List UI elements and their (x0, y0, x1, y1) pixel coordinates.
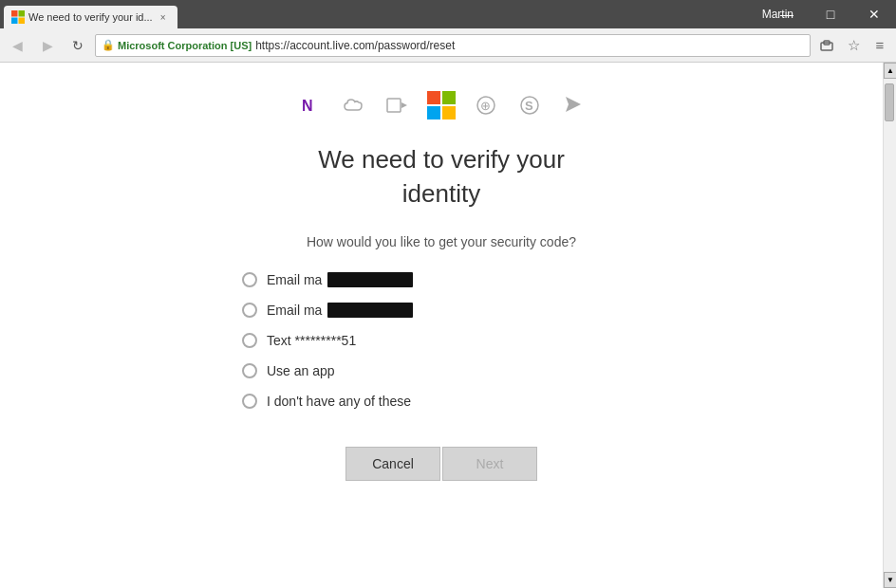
radio-app[interactable] (242, 363, 257, 378)
reload-button[interactable]: ↻ (65, 32, 91, 59)
forward-button[interactable]: ▶ (34, 32, 61, 59)
svg-marker-9 (401, 102, 407, 108)
email2-redacted (327, 303, 413, 318)
option-email2[interactable]: Email ma (242, 303, 641, 318)
svg-rect-1 (19, 10, 26, 17)
url-text: https://account.live.com/password/reset (255, 39, 455, 52)
email1-redacted (327, 272, 413, 287)
browser-content: N ⊕ S (0, 63, 896, 588)
window-controls: — □ ✕ (765, 0, 896, 28)
option-text[interactable]: Text *********51 (242, 333, 641, 348)
tab-close-button[interactable]: × (157, 10, 170, 24)
option-email1-label: Email ma (267, 272, 413, 287)
security-label: Microsoft Corporation [US] (118, 40, 252, 51)
svg-marker-14 (566, 97, 581, 112)
menu-icon[interactable]: ≡ (868, 33, 892, 58)
option-none[interactable]: I don't have any of these (242, 394, 641, 409)
extensions-icon[interactable] (814, 33, 839, 58)
url-bar[interactable]: 🔒 Microsoft Corporation [US] https://acc… (95, 34, 811, 57)
radio-none[interactable] (242, 394, 257, 409)
scrollbar[interactable]: ▲ ▼ (883, 63, 896, 588)
ms-product-icons: N ⊕ S (296, 91, 587, 119)
skype-icon: S (516, 92, 543, 119)
page-subtitle: How would you like to get your security … (307, 234, 576, 249)
svg-text:S: S (525, 99, 533, 113)
next-button[interactable]: Next (442, 447, 537, 481)
page-area: N ⊕ S (0, 63, 883, 588)
cancel-button[interactable]: Cancel (345, 447, 440, 481)
browser-tab[interactable]: We need to verify your id... × (4, 6, 177, 28)
svg-rect-3 (19, 18, 26, 25)
svg-rect-2 (11, 18, 18, 25)
option-email1[interactable]: Email ma (242, 272, 641, 287)
toolbar-icons: ☆ ≡ (814, 33, 892, 58)
radio-email2[interactable] (242, 303, 257, 318)
svg-text:N: N (302, 98, 313, 114)
titlebar: We need to verify your id... × Martin — … (0, 0, 896, 28)
scroll-track[interactable] (884, 79, 896, 572)
action-buttons: Cancel Next (242, 447, 641, 481)
scroll-thumb[interactable] (885, 83, 894, 121)
bing-icon (560, 92, 587, 119)
radio-email1[interactable] (242, 272, 257, 287)
svg-text:⊕: ⊕ (480, 99, 491, 113)
minimize-button[interactable]: — (765, 0, 809, 28)
option-text-label: Text *********51 (267, 333, 356, 348)
security-badge: 🔒 Microsoft Corporation [US] (102, 39, 252, 51)
option-email2-label: Email ma (267, 303, 413, 318)
back-button[interactable]: ◀ (4, 32, 30, 59)
radio-text[interactable] (242, 333, 257, 348)
options-list: Email ma Email ma Text *********51 (242, 272, 641, 409)
tab-favicon (11, 10, 25, 24)
microsoft-logo (427, 91, 456, 119)
scroll-down-button[interactable]: ▼ (884, 572, 896, 588)
svg-rect-0 (11, 10, 18, 17)
onenote-icon: N (296, 92, 323, 119)
option-none-label: I don't have any of these (267, 394, 411, 409)
xbox-icon: ⊕ (473, 92, 499, 119)
onedrive-icon (340, 92, 366, 119)
addressbar: ◀ ▶ ↻ 🔒 Microsoft Corporation [US] https… (0, 28, 896, 63)
svg-rect-4 (821, 43, 832, 50)
option-app[interactable]: Use an app (242, 363, 641, 378)
scroll-up-button[interactable]: ▲ (884, 63, 896, 79)
tab-title: We need to verify your id... (28, 11, 153, 23)
skype-video-icon (383, 92, 410, 119)
svg-rect-8 (387, 99, 401, 112)
close-button[interactable]: ✕ (852, 0, 896, 28)
option-app-label: Use an app (267, 363, 335, 378)
lock-icon: 🔒 (102, 39, 115, 51)
page-title: We need to verify your identity (318, 142, 565, 211)
bookmark-star-icon[interactable]: ☆ (841, 33, 866, 58)
maximize-button[interactable]: □ (809, 0, 852, 28)
